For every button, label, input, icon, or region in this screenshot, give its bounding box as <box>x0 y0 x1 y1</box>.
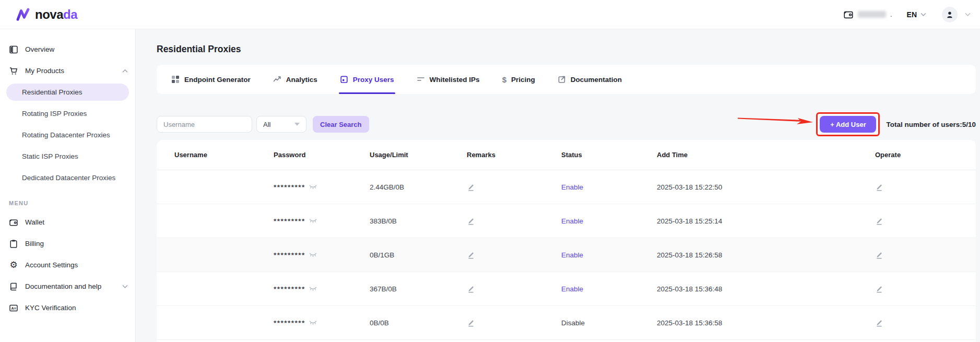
chevron-down-icon <box>920 13 926 17</box>
sidebar-section-menu: MENU <box>0 188 135 211</box>
sidebar-item-wallet[interactable]: Wallet <box>0 211 135 233</box>
annotation-arrow <box>737 116 815 126</box>
tab-proxy-users[interactable]: Proxy Users <box>340 65 394 94</box>
account-chevron-down-icon[interactable] <box>965 13 971 17</box>
edit-remark-icon[interactable] <box>467 183 561 191</box>
tab-label: Endpoint Generator <box>184 76 251 84</box>
select-arrow-icon <box>294 123 300 126</box>
eye-closed-icon[interactable] <box>309 252 317 258</box>
sidebar-item-label: Rotating Datacenter Proxies <box>22 131 110 139</box>
sidebar-item-dedicated-datacenter-proxies[interactable]: Dedicated Datacenter Proxies <box>0 167 135 188</box>
svg-text:A=: A= <box>11 306 16 310</box>
sidebar-item-rotating-isp-proxies[interactable]: Rotating ISP Proxies <box>0 103 135 124</box>
column-header-operate: Operate <box>875 151 960 159</box>
sidebar-item-billing[interactable]: Billing <box>0 233 135 254</box>
add-time-value: 2025-03-18 15:25:14 <box>657 217 875 225</box>
eye-closed-icon[interactable] <box>309 286 317 292</box>
edit-remark-icon[interactable] <box>467 251 561 259</box>
annotation-highlight-box: + Add User <box>816 112 880 136</box>
book-icon <box>8 282 19 291</box>
sidebar-item-kyc-verification[interactable]: A= KYC Verification <box>0 297 135 319</box>
tab-documentation[interactable]: Documentation <box>558 65 622 94</box>
status-toggle[interactable]: Disable <box>561 319 585 327</box>
tab-endpoint-generator[interactable]: Endpoint Generator <box>171 65 251 94</box>
add-user-button[interactable]: + Add User <box>820 116 876 133</box>
table-row: ********* 0B/0B Disable 2025-03-18 15:36… <box>157 306 976 340</box>
status-toggle[interactable]: Enable <box>561 251 583 259</box>
sidebar-item-rotating-datacenter-proxies[interactable]: Rotating Datacenter Proxies <box>0 124 135 146</box>
password-mask: ********* <box>274 183 305 191</box>
total-users-count: Total number of users:5/10 <box>886 121 976 128</box>
trend-line-icon <box>273 75 281 84</box>
sidebar-item-label: Overview <box>25 45 128 53</box>
wallet-balance-redacted <box>858 11 886 18</box>
edit-remark-icon[interactable] <box>467 217 561 225</box>
wallet-balance[interactable]: . <box>843 9 892 20</box>
sidebar-item-documentation-and-help[interactable]: Documentation and help <box>0 276 135 297</box>
tab-label: Proxy Users <box>353 76 394 84</box>
status-filter-select[interactable]: All <box>256 116 306 133</box>
add-time-value: 2025-03-18 15:22:50 <box>657 183 875 191</box>
table-row: ********* 367B/0B Enable 2025-03-18 15:3… <box>157 272 976 306</box>
app-window: novada . EN <box>0 0 980 342</box>
tab-analytics[interactable]: Analytics <box>273 65 317 94</box>
language-label: EN <box>907 10 917 19</box>
table-row: ********* 2.44GB/0B Enable 2025-03-18 15… <box>157 170 976 204</box>
edit-remark-icon[interactable] <box>467 285 561 293</box>
brand-logo[interactable]: novada <box>16 7 77 22</box>
sidebar-item-label: Wallet <box>25 218 128 226</box>
tab-pricing[interactable]: $ Pricing <box>502 65 535 94</box>
sidebar-item-my-products[interactable]: My Products <box>0 60 135 81</box>
edit-user-icon[interactable] <box>875 217 960 225</box>
external-link-icon <box>558 75 566 84</box>
filter-lines-icon <box>417 75 425 84</box>
username-search-input[interactable] <box>157 116 252 133</box>
edit-user-icon[interactable] <box>875 319 960 327</box>
sidebar-item-label: KYC Verification <box>25 304 128 312</box>
edit-user-icon[interactable] <box>875 183 960 191</box>
tabs-bar: Endpoint Generator Analytics Proxy Us <box>157 65 976 94</box>
sidebar-item-label: Residential Proxies <box>22 88 82 96</box>
person-icon <box>946 10 954 19</box>
gear-icon: ⚙ <box>8 261 19 269</box>
wallet-icon <box>843 9 854 20</box>
sidebar-item-overview[interactable]: Overview <box>0 39 135 60</box>
column-header-add-time: Add Time <box>657 151 875 159</box>
main-content: Residential Proxies Endpoint Generator <box>136 29 980 342</box>
sidebar-item-label: Account Settings <box>25 261 128 269</box>
usage-limit-value: 367B/0B <box>370 285 467 293</box>
password-mask: ********* <box>274 319 305 327</box>
table-row: ********* 383B/0B Enable 2025-03-18 15:2… <box>157 204 976 238</box>
eye-closed-icon[interactable] <box>309 320 317 326</box>
eye-closed-icon[interactable] <box>309 218 317 224</box>
status-toggle[interactable]: Enable <box>561 183 583 191</box>
edit-user-icon[interactable] <box>875 285 960 293</box>
status-toggle[interactable]: Enable <box>561 285 583 293</box>
tab-whitelisted-ips[interactable]: Whitelisted IPs <box>417 65 480 94</box>
sidebar-item-static-isp-proxies[interactable]: Static ISP Proxies <box>0 146 135 167</box>
status-filter-value: All <box>263 121 270 128</box>
edit-remark-icon[interactable] <box>467 319 561 327</box>
sidebar-item-residential-proxies[interactable]: Residential Proxies <box>6 84 129 101</box>
column-header-password: Password <box>274 151 370 159</box>
grid-icon <box>171 75 180 84</box>
sidebar-item-account-settings[interactable]: ⚙ Account Settings <box>0 254 135 276</box>
password-mask: ********* <box>274 217 305 225</box>
status-toggle[interactable]: Enable <box>561 217 583 225</box>
sidebar: Overview My Products Residential Proxies… <box>0 29 136 342</box>
language-selector[interactable]: EN <box>907 10 926 19</box>
sidebar-item-label: Documentation and help <box>25 282 116 290</box>
add-time-value: 2025-03-18 15:36:58 <box>657 319 875 327</box>
usage-limit-value: 2.44GB/0B <box>370 183 467 191</box>
clear-search-button[interactable]: Clear Search <box>313 116 369 133</box>
edit-user-icon[interactable] <box>875 251 960 259</box>
table-toolbar: All Clear Search + Add User Total number… <box>157 114 976 135</box>
novada-logo-icon <box>16 7 30 22</box>
password-mask: ********* <box>274 285 305 293</box>
chevron-down-icon <box>122 282 128 290</box>
sidebar-item-label: Rotating ISP Proxies <box>22 110 87 117</box>
page-title: Residential Proxies <box>157 43 976 55</box>
user-avatar[interactable] <box>942 7 958 22</box>
eye-closed-icon[interactable] <box>309 184 317 190</box>
proxy-users-table: Username Password Usage/Limit Remarks St… <box>157 140 976 342</box>
